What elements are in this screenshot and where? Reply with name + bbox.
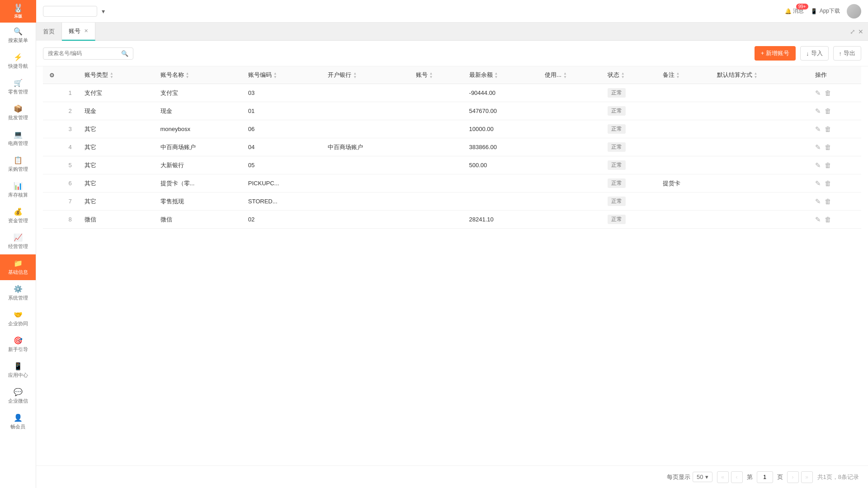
sidebar-item-guide-label: 新手引导	[8, 346, 28, 353]
edit-button[interactable]: ✎	[815, 161, 821, 169]
app-version: 乐版	[13, 14, 23, 19]
sidebar-item-operations[interactable]: 📈 经营管理	[0, 229, 36, 254]
app-download-button[interactable]: 📱 App下载	[811, 7, 840, 15]
row-name: 中百商场账户	[155, 138, 243, 156]
import-label: 导入	[811, 49, 823, 57]
row-balance: 500.00	[464, 156, 540, 174]
sidebar-item-appcenter-label: 应用中心	[8, 372, 28, 379]
page-label-after: 页	[777, 473, 783, 481]
row-usage	[539, 211, 602, 229]
sidebar-item-operations-label: 经营管理	[8, 243, 28, 250]
sidebar-item-quicknav[interactable]: ⚡ 快捷导航	[0, 48, 36, 74]
table-row: 6 其它 提货卡（零... PICKUPC... 正常 提货卡 ✎ 🗑	[43, 174, 861, 192]
main-area: ▾ 🔔 消息 99+ 📱 App下载 首页 账号 ✕ ⤢ ✕	[36, 0, 868, 488]
sidebar-item-wechat[interactable]: 💬 企业微信	[0, 383, 36, 409]
row-actions: ✎ 🗑	[810, 102, 861, 120]
notification-button[interactable]: 🔔 消息 99+	[785, 7, 804, 15]
delete-button[interactable]: 🗑	[825, 125, 831, 133]
page-size-dropdown[interactable]: 50 ▾	[693, 472, 712, 482]
row-num: 4	[61, 138, 79, 156]
delete-button[interactable]: 🗑	[825, 89, 831, 97]
top-search-input[interactable]	[43, 6, 97, 17]
edit-button[interactable]: ✎	[815, 107, 821, 115]
sidebar-item-basic[interactable]: 📁 基础信息	[0, 254, 36, 280]
tab-accounts[interactable]: 账号 ✕	[62, 23, 95, 41]
status-badge: 正常	[608, 124, 626, 134]
search-input[interactable]	[48, 50, 119, 56]
user-avatar[interactable]	[847, 4, 861, 19]
row-default-payment	[712, 192, 810, 211]
header-dropdown-icon[interactable]: ▾	[102, 8, 105, 15]
tab-home[interactable]: 首页	[36, 23, 62, 41]
edit-button[interactable]: ✎	[815, 179, 821, 188]
import-button[interactable]: ↓ 导入	[800, 46, 829, 61]
sidebar-item-search[interactable]: 🔍 搜索菜单	[0, 23, 36, 48]
col-status[interactable]: 状态▲▼	[602, 66, 657, 84]
sidebar-item-agreement[interactable]: 🤝 企业协同	[0, 306, 36, 332]
sidebar-item-wholesale[interactable]: 📦 批发管理	[0, 100, 36, 126]
row-actions: ✎ 🗑	[810, 211, 861, 229]
export-button[interactable]: ↑ 导出	[833, 46, 862, 61]
col-balance[interactable]: 最新余额▲▼	[464, 66, 540, 84]
sidebar-item-appcenter[interactable]: 📱 应用中心	[0, 357, 36, 383]
add-account-button[interactable]: + 新增账号	[755, 46, 796, 61]
member-icon: 👤	[14, 413, 23, 422]
sidebar-item-inventory[interactable]: 📊 库存核算	[0, 177, 36, 203]
delete-button[interactable]: 🗑	[825, 161, 831, 169]
next-page-button[interactable]: ›	[787, 471, 799, 483]
sidebar-item-finance[interactable]: 💰 资金管理	[0, 203, 36, 229]
row-code: 04	[243, 138, 322, 156]
sidebar-item-system-label: 系统管理	[8, 295, 28, 301]
sidebar-item-retail[interactable]: 🛒 零售管理	[0, 74, 36, 100]
row-usage	[539, 102, 602, 120]
sidebar-item-ecommerce[interactable]: 💻 电商管理	[0, 126, 36, 151]
sidebar-item-ecommerce-label: 电商管理	[8, 140, 28, 147]
close-tab-icon[interactable]: ✕	[858, 28, 863, 35]
delete-button[interactable]: 🗑	[825, 216, 831, 224]
col-default-payment[interactable]: 默认结算方式▲▼	[712, 66, 810, 84]
export-icon: ↑	[839, 50, 842, 57]
status-badge: 正常	[608, 197, 626, 206]
edit-button[interactable]: ✎	[815, 197, 821, 206]
sidebar-item-wholesale-label: 批发管理	[8, 114, 28, 121]
sidebar-item-system[interactable]: ⚙️ 系统管理	[0, 280, 36, 306]
col-bank[interactable]: 开户银行▲▼	[322, 66, 410, 84]
import-icon: ↓	[806, 50, 809, 57]
current-page-input[interactable]	[757, 471, 773, 483]
status-badge: 正常	[608, 160, 626, 170]
col-usage[interactable]: 使用...▲▼	[539, 66, 602, 84]
row-bank	[322, 84, 410, 102]
sidebar-item-member[interactable]: 👤 畅会员	[0, 409, 36, 435]
row-num: 6	[61, 174, 79, 192]
delete-button[interactable]: 🗑	[825, 197, 831, 206]
sidebar-item-purchase[interactable]: 📋 采购管理	[0, 151, 36, 177]
col-code[interactable]: 账号编码▲▼	[243, 66, 322, 84]
first-page-button[interactable]: «	[717, 471, 729, 483]
row-num: 7	[61, 192, 79, 211]
search-wrap: 🔍	[43, 47, 133, 60]
delete-button[interactable]: 🗑	[825, 143, 831, 151]
row-account	[410, 211, 464, 229]
finance-icon: 💰	[14, 207, 23, 216]
maximize-icon[interactable]: ⤢	[850, 28, 855, 35]
edit-button[interactable]: ✎	[815, 216, 821, 224]
col-name[interactable]: 账号名称▲▼	[155, 66, 243, 84]
sidebar-item-guide[interactable]: 🎯 新手引导	[0, 332, 36, 357]
row-bank	[322, 102, 410, 120]
row-actions: ✎ 🗑	[810, 138, 861, 156]
edit-button[interactable]: ✎	[815, 89, 821, 97]
edit-button[interactable]: ✎	[815, 125, 821, 133]
search-icon[interactable]: 🔍	[121, 50, 128, 57]
col-type[interactable]: 账号类型▲▼	[79, 66, 155, 84]
last-page-button[interactable]: »	[801, 471, 813, 483]
edit-button[interactable]: ✎	[815, 143, 821, 151]
row-bank	[322, 174, 410, 192]
delete-button[interactable]: 🗑	[825, 107, 831, 115]
delete-button[interactable]: 🗑	[825, 179, 831, 188]
col-remark[interactable]: 备注▲▼	[657, 66, 712, 84]
col-account[interactable]: 账号▲▼	[410, 66, 464, 84]
row-account	[410, 120, 464, 138]
prev-page-button[interactable]: ‹	[731, 471, 743, 483]
col-gear[interactable]: ⚙	[43, 66, 61, 84]
tab-accounts-close[interactable]: ✕	[84, 28, 88, 34]
